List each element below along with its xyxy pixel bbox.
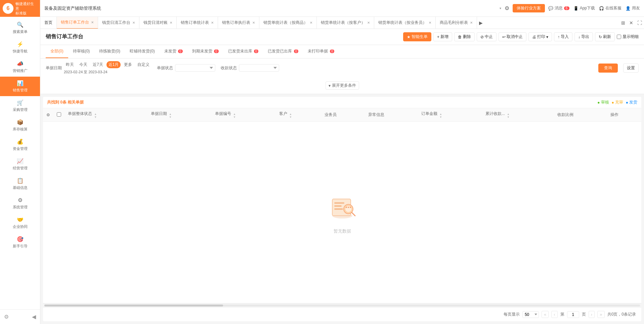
sidebar-item-4[interactable]: 🛒采购管理 <box>0 96 40 116</box>
pagination: 每页显示 50 10 20 100 « ‹ 第 页 › » 共0页，0条记录 <box>43 307 641 321</box>
show-detail-label[interactable]: 显示明细 <box>617 34 639 40</box>
tab-fullscreen-icon[interactable]: ⛶ <box>635 20 644 26</box>
tab-close-icon[interactable]: ✕ <box>132 21 135 25</box>
status-select[interactable] <box>175 64 215 72</box>
date-opt-1month[interactable]: 近1月 <box>106 61 121 68</box>
sidebar-item-9[interactable]: ⚙系统管理 <box>0 194 40 213</box>
page-input[interactable] <box>567 311 579 318</box>
tab-sales-product[interactable]: 销货单统计表（按商品） ✕ <box>259 17 317 29</box>
select-all-checkbox[interactable] <box>57 112 61 117</box>
tab-sales-customer[interactable]: 销货单统计表（按客户） ✕ <box>317 17 374 29</box>
col-checkbox[interactable] <box>53 108 65 122</box>
tab-close-icon[interactable]: ✕ <box>310 21 312 25</box>
import-btn[interactable]: ↑ 导入 <box>554 32 572 41</box>
industry-btn[interactable]: 体验行业方案 <box>513 4 545 12</box>
content-header: 销售订单工作台 ★ 智能生单 + 新增 🗑 删除 ⊘ 中止 <box>40 29 644 45</box>
tab-close-icon[interactable]: ✕ <box>252 21 255 25</box>
sidebar-settings-icon[interactable]: ⚙ <box>3 312 10 321</box>
date-opt-custom[interactable]: 自定义 <box>135 61 152 68</box>
sub-tab-not-shipped[interactable]: 未发货 0 <box>160 45 187 58</box>
sub-tab-pending-check[interactable]: 待拣验货(0) <box>94 45 125 58</box>
tab-close-icon[interactable]: ✕ <box>470 21 473 25</box>
expand-filter-btn[interactable]: ▾ 展开更多条件 <box>326 81 359 90</box>
app-download-btn[interactable]: 📱 App下载 <box>573 5 595 11</box>
cancel-stop-btn[interactable]: ↩ 取消中止 <box>499 32 526 41</box>
ship-btn[interactable]: ● 发货 <box>626 99 637 105</box>
sidebar-item-10[interactable]: 🤝企业协同 <box>0 213 40 233</box>
delete-btn[interactable]: 🗑 删除 <box>454 32 475 41</box>
stop-btn[interactable]: ⊘ 中止 <box>477 32 497 41</box>
filter-settings-btn[interactable]: 设置 <box>623 64 639 73</box>
tab-sales-exec[interactable]: 销售订单执行表 ✕ <box>218 17 259 29</box>
tab-cash-daily[interactable]: 钱货日清工作台 ✕ <box>98 17 139 29</box>
tab-close-all-icon[interactable]: ✕ <box>627 20 635 26</box>
sidebar-item-6[interactable]: 💰资金管理 <box>0 135 40 155</box>
overdue-badge: 0 <box>214 49 219 53</box>
export-btn[interactable]: ↓ 导出 <box>574 32 593 41</box>
message-btn[interactable]: 💬 消息 6 <box>548 5 569 11</box>
tab-close-icon[interactable]: ✕ <box>91 21 94 24</box>
first-page-btn[interactable]: « <box>542 311 549 318</box>
sidebar-item-11[interactable]: 🎯新手引导 <box>0 233 40 252</box>
download-icon: 📱 <box>573 6 578 11</box>
sidebar-item-8[interactable]: 📋基础信息 <box>0 174 40 194</box>
tab-sales-stats[interactable]: 销售订单统计表 ✕ <box>177 17 218 29</box>
sidebar-item-7[interactable]: 📈经营管理 <box>0 155 40 174</box>
tab-gross-profit[interactable]: 商品毛利分析表 ✕ <box>436 17 477 29</box>
expand-icon: ▾ <box>329 83 331 88</box>
tab-close-icon[interactable]: ✕ <box>429 21 431 25</box>
col-settings[interactable]: ⚙ <box>43 108 53 122</box>
review-btn[interactable]: ● 审核 <box>597 99 609 105</box>
tab-close-icon[interactable]: ✕ <box>211 21 214 25</box>
scrollbar-thumb[interactable] <box>44 305 223 307</box>
tab-sales-staff[interactable]: 销货单统计表（按业务员） ✕ <box>374 17 436 29</box>
title-dropdown-icon[interactable]: ▾ <box>500 6 501 10</box>
refresh-btn[interactable]: ↻ 刷新 <box>595 32 615 41</box>
sidebar-item-5[interactable]: 📦库存核算 <box>0 116 40 135</box>
tab-close-icon[interactable]: ✕ <box>170 21 172 25</box>
header-settings-icon[interactable]: ⚙ <box>505 5 509 11</box>
sub-tab-shipped-no-out[interactable]: 已发货未出库 0 <box>223 45 263 58</box>
horizontal-scrollbar[interactable] <box>43 303 641 307</box>
payment-select[interactable] <box>239 64 279 72</box>
sidebar-item-3[interactable]: 📊销售管理 <box>0 77 40 96</box>
date-opt-today[interactable]: 今天 <box>77 61 89 68</box>
date-opt-yesterday[interactable]: 昨天 <box>64 61 76 68</box>
tab-cash-reconcile[interactable]: 钱货日清对账 ✕ <box>139 17 177 29</box>
sidebar-item-icon-9: ⚙ <box>18 197 23 203</box>
sub-tab-overdue[interactable]: 到期未发货 0 <box>187 45 223 58</box>
print-btn[interactable]: 🖨 打印 ▾ <box>528 32 552 41</box>
sidebar-item-0[interactable]: 🔍搜索菜单 <box>0 18 40 38</box>
sidebar-collapse-icon[interactable]: ◀ <box>31 312 37 321</box>
user-btn[interactable]: 👤 用友 <box>626 5 640 11</box>
per-page-select[interactable]: 50 10 20 100 <box>522 311 539 318</box>
tab-close-icon[interactable]: ✕ <box>367 21 370 25</box>
sub-tabs: 全部(0) 待审核(0) 待拣验货(0) 旺铺待发货(0) 未发货 0 到期未发… <box>40 45 644 58</box>
last-page-btn[interactable]: » <box>597 311 604 318</box>
sub-tab-all[interactable]: 全部(0) <box>46 45 68 58</box>
show-detail-checkbox[interactable] <box>617 35 621 39</box>
sub-tab-not-printed[interactable]: 未打印单据 0 <box>303 45 339 58</box>
online-service-btn[interactable]: 🎧 在线客服 <box>599 5 621 11</box>
query-btn[interactable]: 查询 <box>598 64 618 73</box>
smart-create-btn[interactable]: ★ 智能生单 <box>403 32 431 41</box>
empty-state: 暂无数据 <box>43 122 641 303</box>
sub-tab-shipped-out[interactable]: 已发货已出库 0 <box>263 45 303 58</box>
prev-page-btn[interactable]: ‹ <box>551 311 557 318</box>
sidebar-item-2[interactable]: 📣营销推广 <box>0 57 40 77</box>
tab-more-icon[interactable]: ⊞ <box>619 20 627 26</box>
sub-tab-pending-review[interactable]: 待审核(0) <box>68 45 95 58</box>
svg-rect-2 <box>334 202 344 204</box>
add-btn[interactable]: + 新增 <box>433 32 452 41</box>
tab-scroll-right[interactable]: ▶ <box>477 20 485 26</box>
tab-sales-order[interactable]: 销售订单工作台 ✕ <box>57 17 98 29</box>
col-date: 单据日期 ▲▼ <box>147 108 212 122</box>
date-opt-7days[interactable]: 近7天 <box>91 61 105 68</box>
date-opt-more[interactable]: 更多 <box>122 61 134 68</box>
ship-dot: ● <box>626 100 628 105</box>
sidebar-item-1[interactable]: ⚡快捷导航 <box>0 38 40 57</box>
tab-home[interactable]: 首页 <box>40 17 57 29</box>
cancel-review-btn[interactable]: ● 充审 <box>612 99 623 105</box>
next-page-btn[interactable]: › <box>589 311 595 318</box>
sub-tab-wangpu[interactable]: 旺铺待发货(0) <box>125 45 160 58</box>
